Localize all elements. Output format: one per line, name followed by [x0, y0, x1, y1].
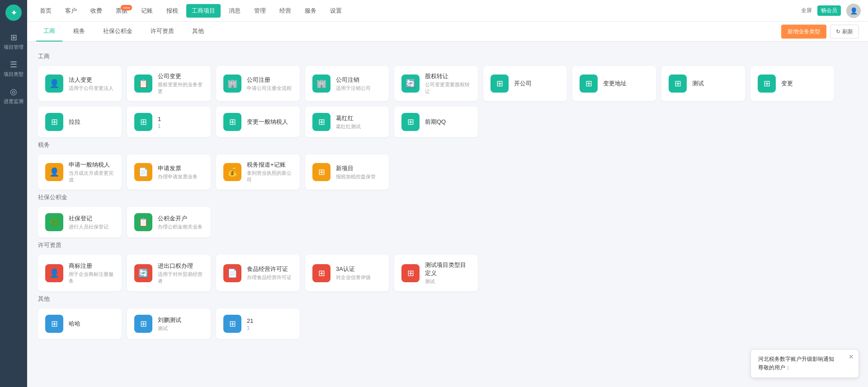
sidebar-label-project-type: 项目类型 [4, 71, 24, 78]
card-company-register[interactable]: 🏢 公司注册 申请公司注册全流程 [216, 66, 300, 101]
card-test-proj-type[interactable]: ⊞ 测试项目类型目定义 测试 [394, 255, 478, 291]
import-export-icon: 🔄 [134, 264, 152, 282]
apply-invoice-title: 申请发票 [158, 164, 198, 173]
nav-customer[interactable]: 客户 [60, 4, 82, 18]
nav-manage[interactable]: 管理 [249, 4, 271, 18]
card-new-project[interactable]: ⊞ 新项目 报税加税控盘保管 [305, 154, 389, 190]
apply-tax-title: 申请一般纳税人 [69, 161, 114, 169]
card-lala[interactable]: ⊞ 拉拉 [38, 107, 122, 137]
topnav-right: 全屏 畅会员 👤 [801, 4, 861, 18]
card-test1[interactable]: ⊞ 测试 [661, 66, 745, 101]
card-company-change[interactable]: 📋 公司变更 股权变更外的业务变更 [127, 66, 211, 101]
card-import-export[interactable]: 🔄 进出口权办理 适用于对外贸易经营者 [127, 255, 211, 291]
card-equity-transfer[interactable]: 🔄 股权转让 公司变更需要股权转让 [394, 66, 478, 101]
sidebar-label-project-mgmt: 项目管理 [4, 44, 24, 51]
sidebar-item-progress-monitor[interactable]: ◎ 进度监测 [0, 82, 27, 109]
haha-title: 哈哈 [69, 320, 80, 328]
notification-bubble: ✕ 河北税务数字账户升级影响通知 尊敬的用户： [750, 349, 859, 378]
card-liupeng-test[interactable]: ⊞ 刘鹏测试 测试 [127, 308, 211, 339]
tab-other[interactable]: 其他 [185, 22, 211, 42]
card-item21[interactable]: ⊞ 21 1 [216, 308, 300, 339]
xuke-title: 许可资质 [38, 241, 857, 249]
nav-tax[interactable]: 报税 [161, 4, 184, 18]
add-type-button[interactable]: 新增业务类型 [781, 24, 826, 38]
notification-subtitle: 尊敬的用户： [758, 364, 851, 372]
shuiwu-title: 税务 [38, 141, 857, 149]
item21-title: 21 [247, 317, 253, 324]
qianqi-qq-icon: ⊞ [401, 113, 420, 131]
test-proj-type-title: 测试项目类型目定义 [425, 261, 471, 277]
tab-shuiwu[interactable]: 税务 [66, 22, 92, 42]
card-open-company[interactable]: ⊞ 开公司 [483, 66, 567, 101]
card-trademark[interactable]: 👤 商标注册 用于企业商标注册服务 [38, 255, 122, 291]
vip-btn[interactable]: 畅会员 [817, 5, 841, 16]
tab-gongshang[interactable]: 工商 [36, 22, 62, 42]
card-apply-tax[interactable]: 👤 申请一般纳税人 当月或次月成变更完成 [38, 154, 122, 190]
item1-subtitle: 1 [158, 123, 161, 129]
nav-bizproject[interactable]: 工商项目 [186, 4, 221, 18]
company-register-subtitle: 申请公司注册全流程 [247, 85, 292, 92]
refresh-button[interactable]: ↻ 刷新 [830, 24, 859, 38]
company-cancel-subtitle: 适用于注销公司 [336, 85, 371, 92]
change1-icon: ⊞ [758, 75, 776, 93]
card-apply-invoice[interactable]: 📄 申请发票 办理申请发票业务 [127, 154, 211, 190]
lala-icon: ⊞ [45, 113, 63, 131]
fund-open-icon: 📋 [134, 213, 152, 231]
card-food-license[interactable]: 📄 食品经营许可证 办理食品经营许可证 [216, 255, 300, 291]
test-proj-type-subtitle: 测试 [425, 278, 471, 285]
topnav-items: 首页 客户 收费 票据 new 记账 报税 工商项目 消息 管理 经营 服务 设… [34, 4, 801, 18]
card-fund-open[interactable]: 📋 公积金开户 办理公积金相关业务 [127, 207, 211, 238]
liupeng-test-subtitle: 测试 [158, 325, 181, 332]
lala-title: 拉拉 [69, 118, 80, 126]
avatar[interactable]: 👤 [846, 4, 861, 18]
nav-ledger[interactable]: 记账 [136, 4, 158, 18]
sidebar: ✦ ⊞ 项目管理 ☰ 项目类型 ◎ 进度监测 [0, 0, 27, 387]
nav-home[interactable]: 首页 [34, 4, 57, 18]
tab-shebao[interactable]: 社保公积金 [96, 22, 140, 42]
sidebar-item-project-type[interactable]: ☰ 项目类型 [0, 55, 27, 82]
card-change-tax[interactable]: ⊞ 变更一般纳税人 [216, 107, 300, 137]
notification-close-button[interactable]: ✕ [849, 353, 854, 360]
company-change-icon: 📋 [134, 75, 152, 93]
nav-message[interactable]: 消息 [223, 4, 246, 18]
item1-icon: ⊞ [134, 113, 152, 131]
equity-transfer-title: 股权转让 [425, 72, 471, 80]
card-qianqi-qq[interactable]: ⊞ 前期QQ [394, 107, 478, 137]
card-social-register[interactable]: 🌿 社保登记 进行人员社保登记 [38, 207, 122, 238]
apply-invoice-icon: 📄 [134, 163, 152, 181]
project-type-icon: ☰ [10, 60, 17, 70]
card-tax-report[interactable]: 💰 税务报道+记账 拿到营业执照的新公司 [216, 154, 300, 190]
tab-xuke[interactable]: 许可资质 [143, 22, 181, 42]
card-mahonghong[interactable]: ⊞ 葛红红 葛红红测试 [305, 107, 389, 137]
nav-fee[interactable]: 收费 [85, 4, 108, 18]
qianqi-qq-title: 前期QQ [425, 118, 446, 126]
xuke-section: 许可资质 👤 商标注册 用于企业商标注册服务 🔄 进出口权办理 适用于对外贸易经… [38, 241, 857, 291]
main-container: 首页 客户 收费 票据 new 记账 报税 工商项目 消息 管理 经营 服务 设… [27, 0, 868, 387]
company-register-title: 公司注册 [247, 76, 292, 84]
open-company-title: 开公司 [514, 79, 532, 88]
card-item1[interactable]: ⊞ 1 1 [127, 107, 211, 137]
company-change-title: 公司变更 [158, 72, 203, 80]
equity-transfer-icon: 🔄 [401, 75, 420, 93]
new-project-title: 新项目 [336, 164, 376, 173]
change-address-icon: ⊞ [580, 75, 598, 93]
card-change-address[interactable]: ⊞ 变更地址 [572, 66, 656, 101]
card-change1[interactable]: ⊞ 变更 [750, 66, 834, 101]
apply-tax-icon: 👤 [45, 163, 63, 181]
card-legal-change[interactable]: 👤 法人变更 适用于公司变更法人 [38, 66, 122, 101]
apply-invoice-subtitle: 办理申请发票业务 [158, 173, 198, 180]
card-3a-cert[interactable]: ⊞ 3A认证 对企业信誉评级 [305, 255, 389, 291]
card-haha[interactable]: ⊞ 哈哈 [38, 308, 122, 339]
nav-service[interactable]: 服务 [299, 4, 322, 18]
sidebar-item-project-mgmt[interactable]: ⊞ 项目管理 [0, 28, 27, 55]
card-company-cancel[interactable]: 🏢 公司注销 适用于注销公司 [305, 66, 389, 101]
nav-ticket[interactable]: 票据 new [110, 4, 133, 18]
import-export-title: 进出口权办理 [158, 262, 203, 270]
change1-title: 变更 [781, 79, 793, 88]
nav-operation[interactable]: 经营 [274, 4, 297, 18]
nav-settings[interactable]: 设置 [325, 4, 347, 18]
fullscreen-btn[interactable]: 全屏 [801, 7, 812, 14]
gongshang-title: 工商 [38, 52, 857, 61]
shebao-cards: 🌿 社保登记 进行人员社保登记 📋 公积金开户 办理公积金相关业务 [38, 207, 857, 238]
content: 工商 👤 法人变更 适用于公司变更法人 📋 公司变更 股权变更外的业务变更 [27, 42, 868, 387]
